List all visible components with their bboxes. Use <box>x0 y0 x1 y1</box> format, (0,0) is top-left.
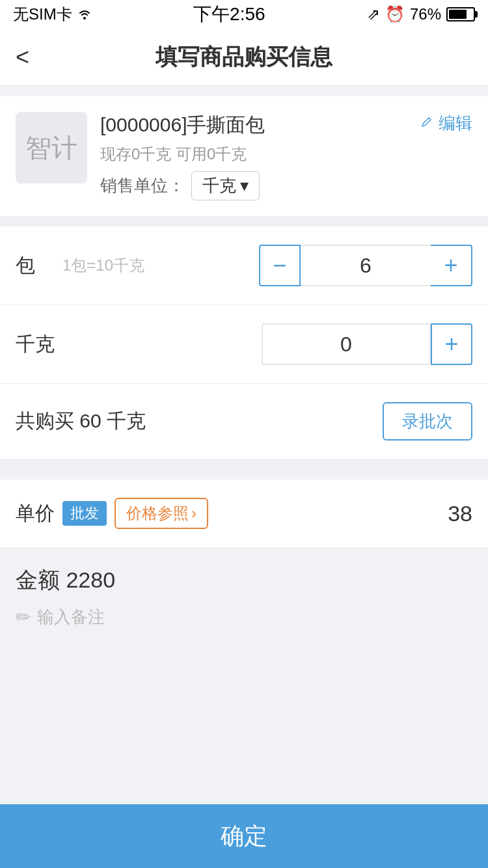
location-icon: ⇗ <box>367 5 380 23</box>
quantity-row-kg: 千克 + <box>0 305 488 384</box>
back-button[interactable]: < <box>16 44 29 71</box>
product-info: [0000006]手撕面包 编辑 现存0千克 可用0千克 销售单位： 千克 ▾ <box>100 112 472 200</box>
qty-minus-bao[interactable]: − <box>259 245 301 286</box>
qty-label-kg: 千克 <box>16 331 55 358</box>
confirm-button[interactable]: 确定 <box>0 804 488 868</box>
qty-input-bao[interactable] <box>301 245 431 286</box>
nav-bar: < 填写商品购买信息 <box>0 29 488 86</box>
page-title: 填写商品购买信息 <box>156 42 332 72</box>
divider-2 <box>0 459 488 469</box>
status-bar: 无SIM卡 下午2:56 ⇗ ⏰ 76% <box>0 0 488 29</box>
status-right: ⇗ ⏰ 76% <box>367 5 475 23</box>
qty-label-bao: 包 <box>16 252 55 279</box>
carrier-text: 无SIM卡 <box>13 4 72 25</box>
amount-label: 金额 <box>16 567 60 592</box>
price-tag: 批发 <box>62 501 107 526</box>
amount-section: 金额 2280 ✏ 输入备注 <box>0 547 488 642</box>
product-logo: 智计 <box>25 130 77 166</box>
price-ref-arrow: › <box>191 504 197 522</box>
qty-plus-bao[interactable]: + <box>431 245 472 286</box>
product-image: 智计 <box>16 112 87 183</box>
qty-plus-kg[interactable]: + <box>431 323 472 365</box>
note-row[interactable]: ✏ 输入备注 <box>16 606 472 629</box>
price-left: 单价 批发 价格参照 › <box>16 498 208 529</box>
edit-button[interactable]: 编辑 <box>420 112 472 135</box>
price-value: 38 <box>448 501 472 526</box>
pencil-icon: ✏ <box>16 606 31 628</box>
wifi-icon <box>77 5 92 23</box>
unit-label: 销售单位： <box>100 174 185 197</box>
product-stock: 现存0千克 可用0千克 <box>100 144 472 165</box>
quantity-row-bao: 包 1包=10千克 − + <box>0 226 488 305</box>
amount-value: 2280 <box>66 567 115 592</box>
note-placeholder: 输入备注 <box>37 606 105 629</box>
unit-select[interactable]: 千克 ▾ <box>191 171 260 200</box>
edit-label: 编辑 <box>439 112 472 135</box>
divider-1 <box>0 216 488 226</box>
time-display: 下午2:56 <box>193 2 265 27</box>
qty-controls-kg: + <box>262 323 472 365</box>
status-left: 无SIM卡 <box>13 4 92 25</box>
price-ref-button[interactable]: 价格参照 › <box>115 498 208 529</box>
svg-point-0 <box>83 17 86 20</box>
qty-controls-bao: − + <box>259 245 472 286</box>
price-section: 单价 批发 价格参照 › 38 <box>0 480 488 547</box>
dropdown-icon: ▾ <box>240 176 249 196</box>
battery-text: 76% <box>410 5 441 23</box>
quantity-section: 包 1包=10千克 − + 千克 + <box>0 226 488 384</box>
qty-input-kg[interactable] <box>262 323 431 365</box>
record-batch-button[interactable]: 录批次 <box>383 402 472 441</box>
price-label: 单价 <box>16 500 55 527</box>
total-row: 共购买 60 千克 录批次 <box>0 384 488 459</box>
unit-value: 千克 <box>202 174 236 197</box>
product-name: [0000006]手撕面包 <box>100 112 265 139</box>
total-text: 共购买 60 千克 <box>16 408 146 435</box>
qty-hint-bao: 1包=10千克 <box>62 255 259 276</box>
battery-icon <box>446 7 475 21</box>
alarm-icon: ⏰ <box>385 5 405 23</box>
product-unit-row: 销售单位： 千克 ▾ <box>100 171 472 200</box>
amount-row: 金额 2280 <box>16 565 472 595</box>
price-ref-label: 价格参照 <box>126 503 189 524</box>
product-card: 智计 [0000006]手撕面包 编辑 现存0千克 可用0千克 销售单位： 千克… <box>0 96 488 216</box>
